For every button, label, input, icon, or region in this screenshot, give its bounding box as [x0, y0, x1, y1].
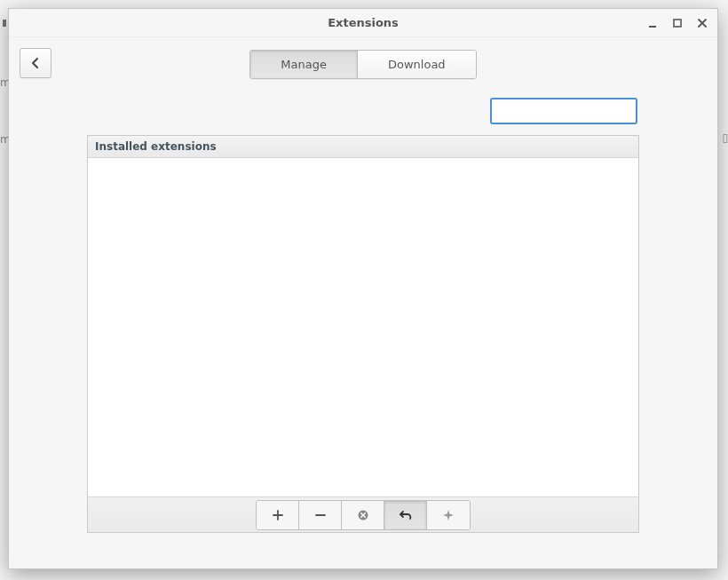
maximize-button[interactable] [668, 13, 687, 33]
footer-spacer [9, 533, 717, 568]
svg-point-4 [358, 510, 368, 520]
tab-download-label: Download [388, 58, 446, 71]
header-row: Manage Download [9, 37, 717, 91]
revert-button[interactable] [384, 501, 427, 529]
search-row [9, 91, 717, 135]
back-button[interactable] [20, 48, 51, 78]
svg-rect-0 [649, 26, 656, 28]
close-icon [697, 18, 708, 28]
remove-button[interactable] [299, 501, 342, 529]
svg-rect-1 [674, 20, 681, 27]
toolbar-group [256, 500, 471, 530]
mode-tabs: Manage Download [249, 50, 476, 79]
sparkle-icon [442, 509, 455, 521]
search-input[interactable] [497, 105, 652, 118]
window-title: Extensions [328, 16, 399, 29]
clear-button[interactable] [342, 501, 384, 529]
tab-download[interactable]: Download [357, 51, 476, 78]
tab-manage-label: Manage [281, 58, 327, 71]
chevron-left-icon [29, 57, 42, 69]
minimize-icon [647, 18, 658, 28]
add-button[interactable] [257, 501, 299, 529]
extensions-toolbar [88, 497, 638, 532]
extensions-panel: Installed extensions [87, 135, 639, 533]
window-controls [643, 9, 712, 36]
search-box[interactable] [490, 98, 637, 124]
minus-icon [314, 509, 327, 521]
new-sparkle-button[interactable] [427, 501, 470, 529]
extensions-window: Extensions Manage Download [8, 8, 718, 569]
circle-x-icon [357, 509, 369, 521]
tab-manage[interactable]: Manage [250, 51, 357, 78]
maximize-icon [672, 18, 683, 28]
extensions-list-header: Installed extensions [88, 136, 638, 158]
close-button[interactable] [692, 13, 712, 33]
extensions-list-body[interactable] [88, 158, 638, 497]
minimize-button[interactable] [643, 13, 662, 33]
titlebar: Extensions [9, 9, 717, 37]
plus-icon [272, 509, 284, 521]
undo-icon [399, 509, 413, 521]
